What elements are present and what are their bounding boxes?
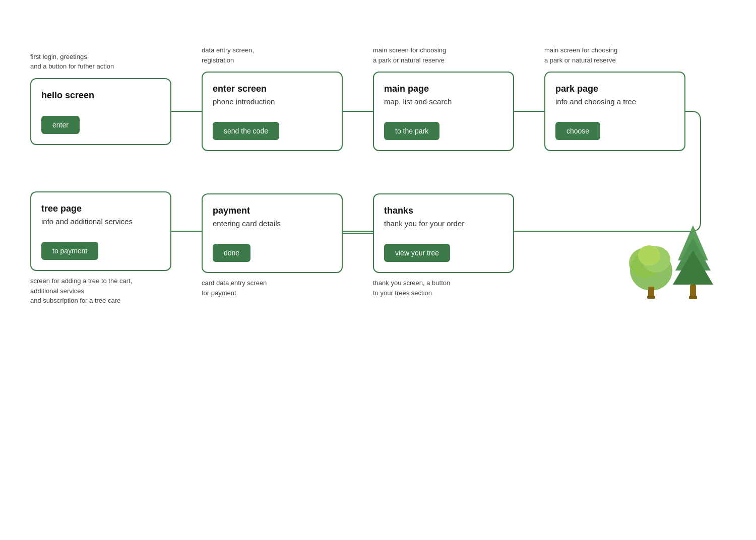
- card-tree-page: tree pageinfo and additional servicesto …: [30, 191, 171, 271]
- h-connector: [171, 111, 202, 112]
- card-btn-hello-screen[interactable]: enter: [41, 116, 80, 134]
- card-enter-screen: enter screenphone introductionsend the c…: [202, 72, 343, 151]
- card-subtitle-thanks: thank you for your order: [384, 218, 503, 229]
- card-btn-enter-screen[interactable]: send the code: [213, 122, 279, 140]
- h-connector: [343, 111, 373, 112]
- bottom-desc-thanks: thank you screen, a button to your trees…: [373, 278, 514, 303]
- card-main-page: main pagemap, list and searchto the park: [373, 72, 514, 151]
- bottom-desc-tree-page: screen for adding a tree to the cart, ad…: [30, 276, 202, 306]
- svg-rect-5: [647, 296, 655, 299]
- card-title-hello-screen: hello screen: [41, 90, 160, 101]
- card-subtitle-park-page: info and choosing a tree: [555, 96, 674, 107]
- card-btn-thanks[interactable]: view your tree: [384, 244, 450, 262]
- top-desc-main-page: main screen for choosing a park or natur…: [373, 45, 544, 65]
- h-connector: [514, 111, 544, 112]
- top-desc-park-page: main screen for choosing a park or natur…: [544, 45, 685, 65]
- card-subtitle-main-page: map, list and search: [384, 96, 503, 107]
- card-hello-screen: hello screenenter: [30, 78, 171, 145]
- card-title-payment: payment: [213, 206, 332, 216]
- card-title-enter-screen: enter screen: [213, 84, 332, 94]
- card-btn-tree-page[interactable]: to payment: [41, 242, 98, 260]
- card-btn-main-page[interactable]: to the park: [384, 122, 439, 140]
- card-subtitle-enter-screen: phone introduction: [213, 96, 332, 107]
- top-desc-enter-screen: data entry screen, registration: [202, 45, 373, 65]
- tree-illustration: [615, 205, 726, 316]
- card-title-main-page: main page: [384, 84, 503, 94]
- bottom-desc-payment: card data entry screen for payment: [202, 278, 373, 303]
- card-btn-park-page[interactable]: choose: [555, 122, 600, 140]
- h-connector: [343, 233, 373, 234]
- card-subtitle-payment: entering card details: [213, 218, 332, 229]
- card-payment: paymententering card detailsdone: [202, 193, 343, 273]
- card-park-page: park pageinfo and choosing a treechoose: [544, 72, 685, 151]
- card-title-thanks: thanks: [384, 206, 503, 216]
- card-title-tree-page: tree page: [41, 204, 160, 214]
- card-title-park-page: park page: [555, 84, 674, 94]
- top-desc-hello-screen: first login, greetings and a button for …: [30, 52, 202, 72]
- svg-point-3: [638, 245, 660, 265]
- card-thanks: thanksthank you for your orderview your …: [373, 193, 514, 273]
- svg-rect-10: [689, 296, 697, 299]
- card-btn-payment[interactable]: done: [213, 244, 250, 262]
- card-subtitle-tree-page: info and additional services: [41, 216, 160, 227]
- h-connector: [171, 231, 202, 232]
